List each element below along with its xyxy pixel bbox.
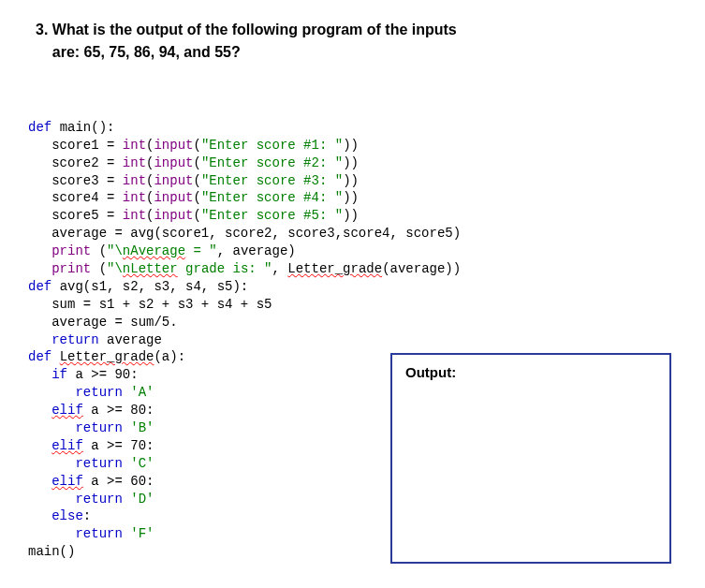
builtin-input: input [154,155,193,170]
builtin-input: input [154,173,193,188]
str4: "Enter score #4: " [201,190,343,205]
kw-elif: elif [51,474,83,489]
fn-main: main [60,120,92,135]
str3: "Enter score #3: " [201,173,343,188]
rB: 'B' [123,420,154,435]
builtin-input: input [154,138,193,153]
question-line1: What is the output of the following prog… [52,22,457,37]
output-label: Output: [405,364,456,380]
builtin-int: int [123,173,146,188]
builtin-input: input [154,190,193,205]
fn-letter: Letter_grade [60,349,154,364]
c60: a >= 60: [83,474,154,489]
sc1: score1 = [51,138,123,153]
kw-return: return [51,332,98,347]
open-paren: ( [91,243,107,258]
builtin-int: int [123,138,146,153]
sc4: score4 = [51,190,123,205]
kw-return: return [75,385,122,400]
kw-return: return [75,420,122,435]
avg-call: average = avg(score1, score2, score3,sco… [51,226,461,241]
kw-elif: elif [51,438,83,453]
open-paren: ( [91,261,107,276]
ret-avg: average [99,332,162,347]
close-avg: (average)) [382,261,461,276]
kw-if: if [51,367,67,382]
kw-return: return [75,526,122,541]
kw-else: else [51,508,83,523]
sq-navg: nAverage [123,243,185,258]
colon: : [83,508,91,523]
sum-line: sum = s1 + s2 + s3 + s4 + s5 [51,297,272,312]
kw-return: return [75,456,122,471]
rD: 'D' [123,492,154,507]
str1: "Enter score #1: " [201,138,343,153]
kw-elif: elif [51,403,83,418]
comma-avg: , average) [217,243,296,258]
sq-lg: Letter_grade [287,261,382,276]
avg-eq: = " [185,243,217,258]
print: print [51,261,91,276]
builtin-int: int [123,190,146,205]
builtin-int: int [123,155,146,170]
c80: a >= 80: [83,403,154,418]
str2: "Enter score #2: " [201,155,343,170]
question-line2: are: 65, 75, 86, 94, and 55? [52,44,241,60]
kw-def: def [28,120,51,135]
sc2: score2 = [51,155,123,170]
rF: 'F' [123,526,154,541]
q1: "\ [107,243,123,258]
builtin-int: int [123,208,146,223]
grade-is: grade is: " [178,261,272,276]
c70: a >= 70: [83,438,154,453]
question-text: 3. What is the output of the following p… [28,19,677,64]
q2: "\ [107,261,123,276]
str5: "Enter score #5: " [201,208,343,223]
rA: 'A' [123,385,154,400]
rC: 'C' [123,456,154,471]
params-avg: (s1, s2, s3, s4, s5): [83,279,248,294]
kw-return: return [75,492,122,507]
kw-def: def [28,349,51,364]
param-a: (a): [154,349,185,364]
print: print [51,243,91,258]
kw-def: def [28,279,51,294]
avg-line: average = sum/5. [51,315,177,330]
builtin-input: input [154,208,193,223]
fn-avg: avg [60,279,83,294]
sc5: score5 = [51,208,123,223]
c90: a >= 90: [67,367,139,382]
call-main: main() [28,544,75,559]
output-box: Output: [390,353,671,564]
sq-nletter: nLetter [123,261,178,276]
question-number: 3. [36,22,48,37]
sc3: score3 = [51,173,123,188]
